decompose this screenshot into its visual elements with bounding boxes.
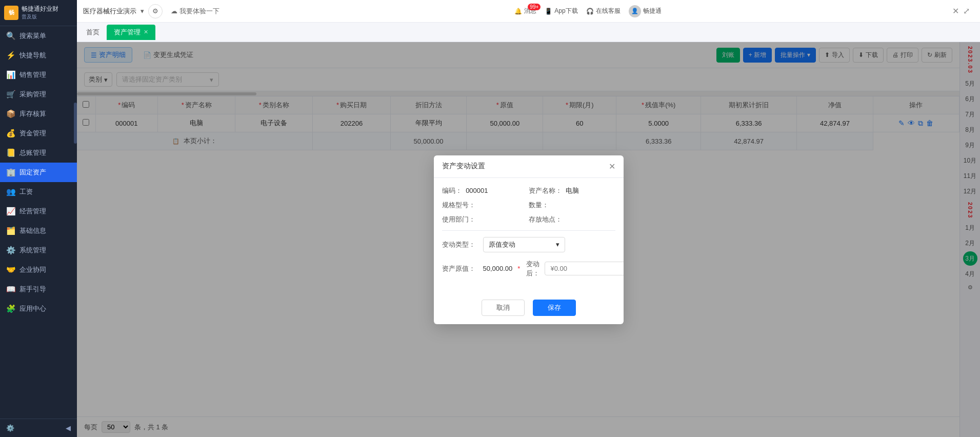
quicknav-icon: ⚡ (6, 51, 15, 60)
modal-spec-field: 规格型号： (442, 201, 529, 210)
change-type-value: 原值变动 ▾ (483, 237, 615, 252)
tab-home[interactable]: 首页 (81, 25, 105, 40)
sidebar-item-guide[interactable]: 📖 新手引导 (0, 280, 77, 299)
avatar-icon: 👤 (629, 5, 641, 17)
messages-badge: 99+ (528, 4, 541, 10)
sales-icon: 📊 (6, 70, 15, 80)
system-icon: ⚙️ (6, 246, 15, 255)
guide-icon: 📖 (6, 285, 15, 294)
user-btn[interactable]: 👤 畅捷通 (629, 5, 662, 17)
finance-icon: 💰 (6, 129, 15, 138)
sidebar-item-base-info[interactable]: 🗂️ 基础信息 (0, 221, 77, 241)
modal-quantity-field: 数量： (529, 201, 615, 210)
sidebar-nav: 🔍 搜索菜单 ⚡ 快捷导航 📊 销售管理 🛒 采购管理 📦 库存核算 💰 资金管… (0, 26, 77, 419)
sidebar-item-ledger[interactable]: 📒 总账管理 (0, 143, 77, 163)
gear-icon: ⚙ (152, 7, 158, 15)
asset-value-label: 资产原值： (442, 264, 483, 273)
sidebar-item-appstore[interactable]: 🧩 应用中心 (0, 299, 77, 319)
sidebar-item-operations[interactable]: 📈 经营管理 (0, 202, 77, 221)
tabbar: 首页 资产管理 ✕ (77, 23, 980, 42)
inventory-icon: 📦 (6, 109, 15, 118)
modal-header: 资产变动设置 ✕ (434, 155, 624, 178)
modal-title: 资产变动设置 (442, 162, 485, 171)
brand-name: 畅捷通好业财 (22, 5, 58, 13)
modal-info-row-1: 编码： 000001 资产名称： 电脑 (442, 186, 615, 195)
sidebar-item-salary[interactable]: 👥 工资 (0, 182, 77, 202)
main-area: 医疗器械行业演示 ▾ ⚙ ☁ 我要体验一下 🔔 消息 99+ 📱 App下载 🎧… (77, 0, 980, 437)
sidebar-item-inventory[interactable]: 📦 库存核算 (0, 104, 77, 124)
modal-info-row-2: 规格型号： 数量： (442, 201, 615, 210)
headset-icon: 🎧 (586, 8, 594, 15)
cloud-icon: ☁ (171, 7, 177, 15)
modal-close-btn[interactable]: ✕ (609, 162, 615, 171)
brand-edition: 普及版 (22, 13, 58, 21)
purchase-icon: 🛒 (6, 90, 15, 99)
topbar-right: 🔔 消息 99+ 📱 App下载 🎧 在线客服 👤 畅捷通 (514, 5, 661, 17)
modal-location-field: 存放地点： (529, 215, 615, 224)
sidebar-item-collab[interactable]: 🤝 企业协同 (0, 260, 77, 280)
sidebar-item-purchase[interactable]: 🛒 采购管理 (0, 85, 77, 104)
settings-button[interactable]: ⚙ (148, 4, 163, 18)
modal-code-field: 编码： 000001 (442, 186, 529, 195)
collapse-icon[interactable]: ◀ (66, 424, 71, 432)
sidebar: 畅 畅捷通好业财 普及版 🔍 搜索菜单 ⚡ 快捷导航 📊 销售管理 🛒 采购管理… (0, 0, 77, 437)
experience-btn[interactable]: ☁ 我要体验一下 (167, 5, 224, 18)
sidebar-item-quicknav[interactable]: ⚡ 快捷导航 (0, 46, 77, 65)
modal-divider (442, 230, 615, 231)
sidebar-footer: ⚙️ ◀ (0, 419, 77, 437)
sidebar-item-system[interactable]: ⚙️ 系统管理 (0, 241, 77, 260)
chevron-down-icon: ▾ (556, 241, 559, 248)
modal-overlay: 资产变动设置 ✕ 编码： 000001 资产名称： 电脑 (77, 42, 980, 437)
chevron-down-icon: ▾ (141, 7, 144, 15)
messages-btn[interactable]: 🔔 消息 99+ (514, 7, 536, 15)
company-name: 医疗器械行业演示 (83, 7, 136, 16)
modal-body: 编码： 000001 资产名称： 电脑 规格型号： (434, 178, 624, 293)
change-type-label: 变动类型： (442, 240, 483, 249)
app-logo: 畅 (4, 6, 18, 20)
ledger-icon: 📒 (6, 148, 15, 157)
asset-value-fields: 50,000.00 * 变动后： (483, 260, 624, 278)
sidebar-header: 畅 畅捷通好业财 普及版 (0, 0, 77, 26)
app-download-btn[interactable]: 📱 App下载 (545, 7, 577, 15)
window-maximize-btn[interactable]: ⤢ (963, 6, 970, 16)
online-service-btn[interactable]: 🎧 在线客服 (586, 7, 621, 15)
cancel-button[interactable]: 取消 (482, 300, 525, 316)
tab-asset-mgmt[interactable]: 资产管理 ✕ (107, 25, 155, 40)
base-info-icon: 🗂️ (6, 226, 15, 235)
mobile-icon: 📱 (545, 8, 552, 15)
operations-icon: 📈 (6, 207, 15, 216)
salary-icon: 👥 (6, 187, 15, 196)
required-star: * (517, 265, 520, 272)
modal-asset-name-field: 资产名称： 电脑 (529, 186, 615, 195)
window-close-btn[interactable]: ✕ (952, 6, 959, 16)
collab-icon: 🤝 (6, 265, 15, 274)
bell-icon: 🔔 (514, 8, 522, 15)
sidebar-item-finance[interactable]: 💰 资金管理 (0, 124, 77, 143)
modal-footer: 取消 保存 (434, 293, 624, 324)
save-button[interactable]: 保存 (533, 300, 576, 316)
search-icon: 🔍 (6, 31, 15, 41)
topbar: 医疗器械行业演示 ▾ ⚙ ☁ 我要体验一下 🔔 消息 99+ 📱 App下载 🎧… (77, 0, 980, 23)
asset-value: 50,000.00 (483, 265, 513, 272)
content-area: ☰ 资产明细 📄 变更生成凭证 刘账 + 新增 批量操作 ▾ (77, 42, 980, 437)
company-dropdown-btn[interactable]: ▾ (141, 7, 144, 15)
appstore-icon: 🧩 (6, 304, 15, 313)
after-change-input[interactable] (545, 262, 623, 275)
sidebar-item-search[interactable]: 🔍 搜索菜单 (0, 26, 77, 46)
settings-icon[interactable]: ⚙️ (6, 424, 14, 432)
modal-dept-field: 使用部门： (442, 215, 529, 224)
tab-close-icon[interactable]: ✕ (144, 29, 148, 35)
asset-change-modal: 资产变动设置 ✕ 编码： 000001 资产名称： 电脑 (434, 155, 624, 324)
modal-change-type-row: 变动类型： 原值变动 ▾ (442, 237, 615, 252)
window-controls: ✕ ⤢ (952, 6, 974, 16)
change-type-select[interactable]: 原值变动 ▾ (483, 237, 565, 252)
fixed-assets-icon: 🏢 (6, 168, 15, 177)
sidebar-item-fixed-assets[interactable]: 🏢 固定资产 (0, 163, 77, 182)
modal-asset-value-row: 资产原值： 50,000.00 * 变动后： (442, 260, 615, 278)
modal-info-row-3: 使用部门： 存放地点： (442, 215, 615, 224)
sidebar-item-sales[interactable]: 📊 销售管理 (0, 65, 77, 85)
